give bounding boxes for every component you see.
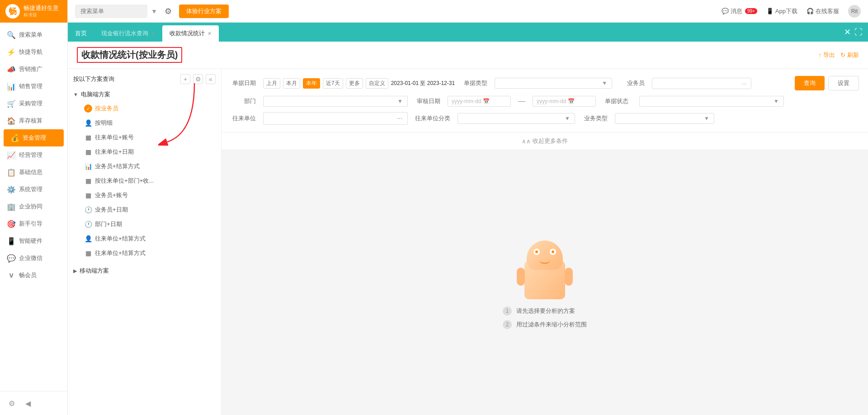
date-btn-lastmonth[interactable]: 上月 [263, 78, 280, 89]
partner-category-select[interactable]: ▼ [458, 113, 575, 124]
tab-home-label: 首页 [75, 29, 87, 38]
sidebar-item-operations[interactable]: 📈 经营管理 [0, 146, 67, 164]
refresh-btn[interactable]: ↻ 刷新 [840, 51, 859, 59]
table-icon: ▦ [84, 191, 92, 199]
sidebar-item-member[interactable]: V 畅会员 [0, 267, 67, 284]
avatar[interactable]: Rit [848, 5, 861, 18]
tree-item-salesperson-account[interactable]: ▦ 业务员+账号 [68, 188, 221, 203]
review-date-from[interactable]: yyyy-mm-dd 📅 [448, 96, 511, 107]
tab-close-icon[interactable]: ✕ [208, 31, 212, 37]
more-dots-icon: ··· [397, 114, 403, 123]
logo-icon: 畅 [5, 4, 20, 19]
trial-btn[interactable]: 体验行业方案 [179, 5, 229, 18]
tree-item-salesperson-date[interactable]: 🕐 业务员+日期 [68, 203, 221, 217]
chevron-down-icon[interactable]: ▼ [151, 8, 157, 15]
date-btn-custom[interactable]: 自定义 [366, 78, 388, 89]
close-window-icon[interactable]: ✕ [844, 27, 851, 37]
setting-scheme-btn[interactable]: ⚙ [193, 74, 203, 84]
tab-close-icon[interactable]: ✕ [151, 31, 155, 37]
doc-type-label: 单据类型 [462, 79, 487, 87]
date-to-value: yyyy-mm-dd [537, 98, 566, 104]
body-top: 按以下方案查询 + ⚙ « [68, 69, 868, 415]
sidebar-item-label: 资金管理 [23, 134, 46, 142]
tree-group-pc[interactable]: ▼ 电脑端方案 [68, 88, 221, 101]
inventory-icon: 🏠 [7, 117, 15, 125]
tab-receipts[interactable]: 收款情况统计 ✕ [162, 25, 219, 42]
query-btn[interactable]: 查询 [795, 76, 825, 90]
tree-item-dept-date[interactable]: 🕐 部门+日期 [68, 217, 221, 231]
sidebar-item-sales[interactable]: 📊 销售管理 [0, 78, 67, 95]
review-date-to[interactable]: yyyy-mm-dd 📅 [533, 96, 596, 107]
tip-text-2: 用过滤条件来缩小分析范围 [516, 321, 587, 329]
biz-type-select[interactable]: ▼ [615, 113, 714, 124]
collapse-more-btn[interactable]: ∧∧ 收起更多条件 [222, 132, 868, 150]
add-scheme-btn[interactable]: + [180, 74, 190, 84]
sidebar-bottom: ⚙ ◀ [0, 391, 67, 415]
tree-item-partner-date[interactable]: ▦ 往来单位+日期 [68, 145, 221, 159]
doc-status-select[interactable]: ▼ [639, 96, 784, 107]
tree-item-label: 业务员+结算方式 [95, 162, 140, 170]
sidebar-item-system[interactable]: ⚙️ 系统管理 [0, 181, 67, 198]
date-btn-thisyear[interactable]: 本年 [303, 78, 320, 89]
robot-eye-right [550, 249, 556, 255]
date-btn-more[interactable]: 更多 [346, 78, 363, 89]
calendar-icon: 📅 [483, 98, 490, 104]
salesperson-label: 业务员 [619, 79, 645, 87]
search-input[interactable] [75, 5, 147, 18]
set-btn[interactable]: 设置 [828, 76, 859, 90]
collapse-icon[interactable]: ◀ [22, 397, 34, 410]
date-btn-thismonth[interactable]: 本月 [283, 78, 300, 89]
salesperson-select[interactable]: ··· [652, 78, 751, 89]
sidebar-item-basic[interactable]: 📋 基础信息 [0, 164, 67, 181]
doc-type-select[interactable]: ▼ [495, 78, 612, 89]
tree-item-salesperson[interactable]: ✓ 按业务员 [68, 101, 221, 116]
tabs-bar-right: ✕ ⛶ [839, 23, 868, 42]
tree-item-partner-settle2[interactable]: ▦ 往来单位+结算方式 [68, 246, 221, 260]
sidebar-item-enterprise[interactable]: 🏢 企业协同 [0, 198, 67, 215]
sidebar-item-quicknav[interactable]: ⚡ 快捷导航 [0, 43, 67, 61]
collapse-panel-btn[interactable]: « [206, 74, 216, 84]
date-btn-7days[interactable]: 近7天 [323, 78, 343, 89]
message-label: 消息 [731, 7, 742, 15]
left-panel: 按以下方案查询 + ⚙ « [68, 69, 222, 415]
sidebar-item-marketing[interactable]: 📣 营销推广 [0, 61, 67, 78]
tab-home[interactable]: 首页 [68, 25, 94, 42]
sidebar-item-label: 新手引导 [19, 220, 42, 228]
empty-state: 1 请先选择要分析的方案 2 用过滤条件来缩小分析范围 [503, 150, 587, 415]
panel-header-icons: + ⚙ « [180, 74, 216, 84]
tip-item-2: 2 用过滤条件来缩小分析范围 [503, 320, 587, 329]
tree-item-salesperson-settle[interactable]: 📊 业务员+结算方式 [68, 159, 221, 174]
tree-item-label: 按明细 [95, 119, 113, 127]
biz-type-label: 业务类型 [582, 114, 608, 123]
export-btn[interactable]: ↑ 导出 [819, 51, 835, 59]
date-separator: — [518, 97, 525, 105]
sidebar-item-search[interactable]: 🔍 搜索菜单 [0, 26, 67, 43]
message-btn[interactable]: 💬 消息 99+ [722, 7, 757, 15]
sidebar-item-wechat[interactable]: 💬 企业微信 [0, 250, 67, 267]
dept-select[interactable]: ▼ [263, 96, 408, 107]
sidebar-item-purchase[interactable]: 🛒 采购管理 [0, 95, 67, 112]
online-service-btn[interactable]: 🎧 在线客服 [807, 7, 839, 15]
logo-name: 畅捷通好生意 [24, 5, 59, 12]
member-icon: V [7, 271, 15, 279]
gear-icon[interactable]: ⚙ [161, 4, 175, 19]
app-icon: 📱 [766, 8, 774, 14]
sidebar-item-inventory[interactable]: 🏠 库存核算 [0, 112, 67, 129]
collapse-up-icon: ∧∧ [522, 138, 531, 145]
app-download-btn[interactable]: 📱 App下载 [766, 7, 797, 15]
maximize-icon[interactable]: ⛶ [854, 28, 863, 37]
partner-select[interactable]: ··· [263, 112, 408, 125]
tree-item-partner-settle1[interactable]: 👤 往来单位+结算方式 [68, 231, 221, 246]
tab-bank[interactable]: 现金银行流水查询 ✕ [94, 25, 162, 42]
sidebar-item-hardware[interactable]: 📱 智能硬件 [0, 232, 67, 250]
tree-item-partner-account[interactable]: ▦ 往来单位+账号 [68, 130, 221, 145]
sidebar-item-guide[interactable]: 🎯 新手引导 [0, 215, 67, 232]
right-panel: 1 请先选择要分析的方案 2 用过滤条件来缩小分析范围 [222, 150, 868, 415]
settings-icon[interactable]: ⚙ [5, 397, 18, 410]
tree-item-partner-dept[interactable]: ▦ 按往来单位+部门+收... [68, 174, 221, 188]
tree-group-mobile[interactable]: ▶ 移动端方案 [68, 264, 221, 278]
tree-item-detail[interactable]: 👤 按明细 [68, 116, 221, 130]
active-scheme-icon: ✓ [84, 104, 92, 113]
message-icon: 💬 [722, 8, 729, 14]
sidebar-item-finance[interactable]: 💰 资金管理 [4, 129, 64, 146]
